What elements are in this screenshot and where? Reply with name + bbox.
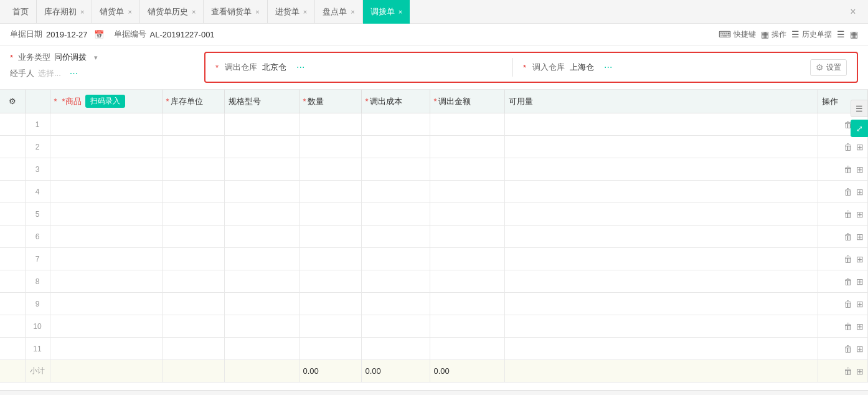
copy-icon[interactable]: ⊞ <box>856 299 864 309</box>
row-qty-cell[interactable] <box>299 226 361 248</box>
copy-icon[interactable]: ⊞ <box>856 232 864 242</box>
biz-type-dropdown-icon[interactable]: ▾ <box>94 54 98 62</box>
row-unit-cell[interactable] <box>162 226 224 248</box>
row-product-cell[interactable] <box>50 136 162 158</box>
row-product-cell[interactable] <box>50 158 162 181</box>
row-unit-cell[interactable] <box>162 136 224 158</box>
row-qty-cell[interactable] <box>299 203 361 226</box>
table-container[interactable]: ⚙ * *商品 扫码录入 *库存单位 <box>0 90 868 390</box>
row-qty-cell[interactable] <box>299 248 361 270</box>
row-amount-cell[interactable] <box>430 203 504 226</box>
row-cost-cell[interactable] <box>361 248 430 270</box>
copy-icon[interactable]: ⊞ <box>856 164 864 174</box>
row-amount-cell[interactable] <box>430 136 504 158</box>
row-product-cell[interactable] <box>50 181 162 203</box>
row-unit-cell[interactable] <box>162 248 224 270</box>
row-avail-cell[interactable] <box>504 203 818 226</box>
row-amount-cell[interactable] <box>430 181 504 203</box>
row-product-cell[interactable] <box>50 113 162 136</box>
warehouse-out-ellipsis-btn[interactable]: ··· <box>296 62 304 73</box>
row-avail-cell[interactable] <box>504 181 818 203</box>
row-spec-cell[interactable] <box>224 293 299 315</box>
operation-action[interactable]: ▦ 操作 <box>761 29 786 40</box>
delete-icon[interactable]: 🗑 <box>844 232 852 242</box>
row-amount-cell[interactable] <box>430 248 504 270</box>
row-unit-cell[interactable] <box>162 293 224 315</box>
right-panel-list-btn[interactable]: ☰ <box>851 100 868 117</box>
tab-stocktake[interactable]: 盘点单 × <box>315 0 362 24</box>
row-amount-cell[interactable] <box>430 226 504 248</box>
delete-icon[interactable]: 🗑 <box>844 209 852 219</box>
copy-icon[interactable]: ⊞ <box>856 321 864 331</box>
row-cost-cell[interactable] <box>361 338 430 360</box>
row-product-cell[interactable] <box>50 203 162 226</box>
row-amount-cell[interactable] <box>430 293 504 315</box>
row-qty-cell[interactable] <box>299 113 361 136</box>
row-qty-cell[interactable] <box>299 270 361 293</box>
row-product-cell[interactable] <box>50 270 162 293</box>
row-unit-cell[interactable] <box>162 338 224 360</box>
tab-close-inventory-init[interactable]: × <box>80 8 84 16</box>
row-avail-cell[interactable] <box>504 136 818 158</box>
row-product-cell[interactable] <box>50 293 162 315</box>
tab-home[interactable]: 首页 <box>5 0 37 24</box>
row-cost-cell[interactable] <box>361 181 430 203</box>
settings-button[interactable]: ⚙ 设置 <box>810 59 847 76</box>
biz-type-value[interactable]: 同价调拨 <box>54 52 87 63</box>
row-cost-cell[interactable] <box>361 270 430 293</box>
list-view-action[interactable]: ☰ <box>837 29 845 39</box>
row-amount-cell[interactable] <box>430 315 504 338</box>
row-cost-cell[interactable] <box>361 315 430 338</box>
row-avail-cell[interactable] <box>504 248 818 270</box>
row-amount-cell[interactable] <box>430 270 504 293</box>
row-spec-cell[interactable] <box>224 226 299 248</box>
delete-icon[interactable]: 🗑 <box>844 299 852 309</box>
row-product-cell[interactable] <box>50 315 162 338</box>
copy-icon[interactable]: ⊞ <box>856 209 864 219</box>
row-avail-cell[interactable] <box>504 226 818 248</box>
row-amount-cell[interactable] <box>430 113 504 136</box>
handler-ellipsis-btn[interactable]: ··· <box>70 68 78 79</box>
row-product-cell[interactable] <box>50 226 162 248</box>
row-cost-cell[interactable] <box>361 203 430 226</box>
row-product-cell[interactable] <box>50 338 162 360</box>
row-avail-cell[interactable] <box>504 293 818 315</box>
row-spec-cell[interactable] <box>224 158 299 181</box>
delete-icon[interactable]: 🗑 <box>844 277 852 287</box>
row-qty-cell[interactable] <box>299 315 361 338</box>
row-product-cell[interactable] <box>50 248 162 270</box>
row-cost-cell[interactable] <box>361 226 430 248</box>
shortcut-action[interactable]: ⌨ 快捷键 <box>719 29 756 40</box>
tab-close-purchase[interactable]: × <box>303 8 307 16</box>
row-qty-cell[interactable] <box>299 136 361 158</box>
grid-view-action[interactable]: ▦ <box>850 29 858 39</box>
row-spec-cell[interactable] <box>224 248 299 270</box>
history-action[interactable]: ☰ 历史单据 <box>791 29 832 40</box>
tab-inventory-init[interactable]: 库存期初 × <box>37 0 92 24</box>
tab-sales-history[interactable]: 销货单历史 × <box>140 0 204 24</box>
row-unit-cell[interactable] <box>162 315 224 338</box>
row-unit-cell[interactable] <box>162 203 224 226</box>
row-avail-cell[interactable] <box>504 338 818 360</box>
warehouse-out-value[interactable]: 北京仓 <box>262 62 286 73</box>
warehouse-in-value[interactable]: 上海仓 <box>570 62 594 73</box>
copy-icon[interactable]: ⊞ <box>856 277 864 287</box>
th-gear[interactable]: ⚙ <box>0 90 25 113</box>
row-unit-cell[interactable] <box>162 270 224 293</box>
row-spec-cell[interactable] <box>224 181 299 203</box>
row-cost-cell[interactable] <box>361 113 430 136</box>
copy-icon[interactable]: ⊞ <box>856 254 864 264</box>
row-unit-cell[interactable] <box>162 113 224 136</box>
subtotal-delete-icon[interactable]: 🗑 <box>844 366 852 376</box>
horizontal-scrollbar[interactable] <box>0 390 868 395</box>
row-spec-cell[interactable] <box>224 136 299 158</box>
tab-close-transfer[interactable]: × <box>399 8 402 16</box>
row-avail-cell[interactable] <box>504 315 818 338</box>
copy-icon[interactable]: ⊞ <box>856 344 864 354</box>
tab-purchase[interactable]: 进货单 × <box>268 0 315 24</box>
delete-icon[interactable]: 🗑 <box>844 344 852 354</box>
tab-view-sales[interactable]: 查看销货单 × <box>204 0 267 24</box>
doc-date-value[interactable]: 2019-12-27 <box>46 30 88 39</box>
tab-close-stocktake[interactable]: × <box>351 8 354 16</box>
row-spec-cell[interactable] <box>224 270 299 293</box>
